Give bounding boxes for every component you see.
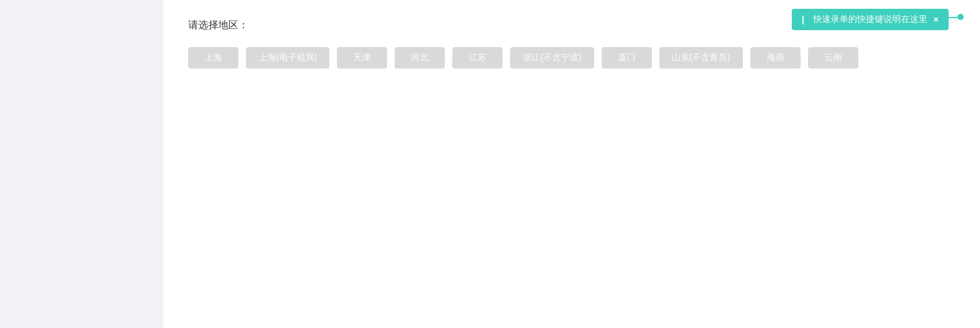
tooltip-dot [957, 14, 964, 20]
region-button-xiamen[interactable]: 厦门 [602, 47, 652, 68]
tooltip-close-button[interactable]: × [934, 14, 939, 25]
sidebar [0, 0, 163, 328]
tooltip-text: 快速录单的快捷键说明在这里 [813, 14, 927, 25]
region-button-yunnan[interactable]: 云南 [808, 47, 858, 68]
region-button-jiangsu[interactable]: 江苏 [452, 47, 503, 68]
region-button-tianjin[interactable]: 天津 [337, 47, 387, 68]
main-content: 请选择地区： 上海上海(电子税局)天津河北江苏浙江(不含宁波)厦门山东(不含青岛… [163, 0, 980, 328]
region-button-shanghai[interactable]: 上海 [188, 47, 238, 68]
region-button-shanghai-etax[interactable]: 上海(电子税局) [246, 47, 329, 68]
region-buttons-container: 上海上海(电子税局)天津河北江苏浙江(不含宁波)厦门山东(不含青岛)海南云南 [188, 47, 955, 68]
tooltip-banner: 快速录单的快捷键说明在这里 × [792, 9, 949, 30]
region-button-zhejiang[interactable]: 浙江(不含宁波) [510, 47, 594, 68]
region-button-hebei[interactable]: 河北 [395, 47, 445, 68]
region-button-hainan[interactable]: 海南 [750, 47, 801, 68]
tooltip-line [949, 17, 957, 18]
region-button-shandong[interactable]: 山东(不含青岛) [659, 47, 743, 68]
